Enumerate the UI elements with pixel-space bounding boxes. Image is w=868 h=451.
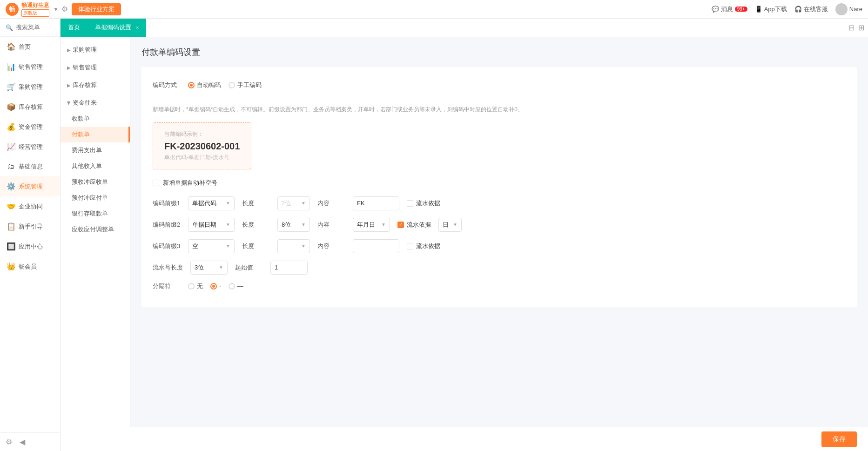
collapse-arrow-icon: ▶ [67, 83, 71, 88]
user-profile[interactable]: Nare [835, 3, 862, 15]
collapse-icon[interactable]: ◀ [20, 438, 25, 446]
message-icon: 💬 [712, 6, 719, 13]
separator-dot-dot [210, 283, 217, 289]
sidebar-item-purchase[interactable]: 🛒 采购管理 [0, 77, 60, 97]
auto-fill-row: 新增单据自动补空号 [153, 179, 846, 187]
tab-close-icon[interactable]: × [136, 25, 139, 30]
manual-code-radio[interactable]: 手工编码 [229, 81, 262, 89]
sub-group-sales: ▶ 销售管理 [61, 60, 130, 75]
sidebar-item-basic[interactable]: 🗂 基础信息 [0, 157, 60, 176]
chevron-icon: ▼ [301, 201, 306, 206]
content1-input[interactable] [353, 196, 399, 210]
auto-fill-checkbox[interactable] [153, 180, 159, 186]
length3-select[interactable]: ▼ [277, 239, 310, 253]
prefix3-label: 编码前缀3 [153, 242, 181, 250]
auto-code-radio-dot [188, 82, 195, 88]
sidebar: 🔍 搜索菜单 🏠 首页 📊 销售管理 🛒 采购管理 📦 库存核算 💰 资金管理 … [0, 19, 61, 451]
length2-label: 长度 [242, 221, 270, 229]
system-icon: ⚙️ [7, 182, 15, 191]
serial-length-row: 流水号长度 3位 ▼ 起始值 [153, 261, 846, 275]
separator-row: 分隔符 无 · — [153, 282, 846, 290]
experience-btn[interactable]: 体验行业方案 [72, 3, 121, 15]
prefix3-select[interactable]: 空 ▼ [188, 239, 235, 253]
topbar-controls: ▼ ⚙ [53, 5, 68, 13]
settings-bottom-icon[interactable]: ⚙ [6, 438, 12, 446]
sidebar-item-operations[interactable]: 📈 经营管理 [0, 137, 60, 157]
sub-group-sales-header[interactable]: ▶ 销售管理 [61, 60, 130, 75]
prefix2-select[interactable]: 单据日期 ▼ [188, 218, 235, 232]
start-value-input[interactable] [270, 261, 308, 275]
start-value-label: 起始值 [235, 263, 263, 272]
prefix1-select[interactable]: 单据代码 ▼ [188, 196, 235, 210]
sub-item-other-income[interactable]: 其他收入单 [61, 158, 130, 174]
sub-group-finance: ▶ 资金往来 收款单 付款单 费用支出单 其他收入单 预收冲应收单 预付冲应付单… [61, 95, 130, 237]
sub-item-prepay-pay[interactable]: 预付冲应付单 [61, 190, 130, 206]
chevron-icon: ▼ [226, 243, 230, 249]
logo: 畅 畅通好生意 旗舰版 [6, 1, 49, 17]
separator-dash-radio[interactable]: — [229, 283, 243, 289]
tab-home[interactable]: 首页 [61, 19, 87, 37]
sub-item-bank-deposit[interactable]: 银行存取款单 [61, 206, 130, 222]
sidebar-item-sales[interactable]: 📊 销售管理 [0, 57, 60, 77]
dropdown-arrow-icon[interactable]: ▼ [53, 6, 59, 13]
sidebar-item-cooperation[interactable]: 🤝 企业协同 [0, 196, 60, 216]
length1-select[interactable]: 2位 ▼ [277, 196, 310, 210]
separator-none-radio[interactable]: 无 [188, 282, 203, 290]
preview-box: 当前编码示例： FK-20230602-001 单据代码-单据日期-流水号 [153, 122, 251, 169]
sidebar-item-finance[interactable]: 💰 资金管理 [0, 117, 60, 137]
manual-code-radio-dot [229, 82, 235, 88]
search-icon: 🔍 [6, 24, 13, 31]
sub-item-receipt[interactable]: 收款单 [61, 111, 130, 127]
sub-group-finance-header[interactable]: ▶ 资金往来 [61, 95, 130, 111]
prefix-row-3: 编码前缀3 空 ▼ 长度 ▼ 内容 [153, 239, 846, 253]
sub-item-prepay-recv[interactable]: 预收冲应收单 [61, 174, 130, 190]
sidebar-item-guide[interactable]: 📋 新手引导 [0, 216, 60, 236]
search-menu-btn[interactable]: 🔍 搜索菜单 [0, 19, 60, 37]
sub-item-expense[interactable]: 费用支出单 [61, 142, 130, 158]
period2-select[interactable]: 日 ▼ [438, 218, 462, 232]
sub-item-ar-ap-adjust[interactable]: 应收应付调整单 [61, 222, 130, 237]
sidebar-item-inventory[interactable]: 📦 库存核算 [0, 97, 60, 117]
sub-group-inventory-header[interactable]: ▶ 库存核算 [61, 77, 130, 93]
length2-select[interactable]: 8位 ▼ [277, 218, 310, 232]
home-icon: 🏠 [7, 42, 15, 51]
app-download-btn[interactable]: 📱 App下载 [755, 5, 787, 13]
collapse-arrow-icon: ▶ [67, 47, 71, 53]
prefix1-label: 编码前缀1 [153, 199, 181, 208]
online-support-btn[interactable]: 🎧 在线客服 [794, 5, 828, 13]
content3-label: 内容 [317, 242, 345, 250]
sub-group-inventory: ▶ 库存核算 [61, 77, 130, 93]
sidebar-item-system[interactable]: ⚙️ 系统管理 [0, 176, 60, 196]
content2-select[interactable]: 年月日 ▼ [353, 218, 390, 232]
topbar-left: 畅 畅通好生意 旗舰版 ▼ ⚙ 体验行业方案 [6, 1, 121, 17]
code-method-row: 编码方式 自动编码 手工编码 [153, 76, 846, 97]
sidebar-item-apps[interactable]: 🔲 应用中心 [0, 236, 60, 256]
maximize-icon[interactable]: ⊞ [858, 23, 864, 32]
operations-icon: 📈 [7, 142, 15, 151]
tab-settings[interactable]: 单据编码设置 × [87, 19, 146, 37]
avatar [835, 3, 848, 15]
sidebar-item-home[interactable]: 🏠 首页 [0, 37, 60, 57]
sub-group-purchase-header[interactable]: ▶ 采购管理 [61, 42, 130, 58]
serial-length-select[interactable]: 3位 ▼ [190, 261, 228, 275]
save-button[interactable]: 保存 [821, 431, 857, 447]
finance-icon: 💰 [7, 122, 15, 131]
prefix-row-1: 编码前缀1 单据代码 ▼ 长度 2位 ▼ 内容 [153, 196, 846, 210]
page-content: 付款单编码设置 编码方式 自动编码 手工编码 [130, 37, 868, 427]
sidebar-item-membership[interactable]: 👑 畅会员 [0, 256, 60, 276]
sub-item-payment[interactable]: 付款单 [61, 127, 130, 142]
minimize-icon[interactable]: ⊟ [848, 23, 855, 32]
message-btn[interactable]: 💬 消息 99+ [712, 5, 747, 13]
preview-label: 当前编码示例： [164, 130, 240, 138]
separator-dot-radio[interactable]: · [210, 283, 221, 289]
expand-arrow-icon: ▶ [67, 101, 72, 105]
serial3-checkbox[interactable] [407, 243, 413, 249]
preview-code: FK-20230602-001 [164, 141, 240, 152]
serial1-checkbox[interactable] [407, 200, 413, 207]
purchase-icon: 🛒 [7, 82, 15, 91]
auto-code-radio[interactable]: 自动编码 [188, 81, 221, 89]
content3-input[interactable] [353, 239, 399, 253]
separator-dash-dot [229, 283, 235, 289]
gear-icon[interactable]: ⚙ [61, 5, 68, 13]
serial2-checkbox[interactable]: ✓ [397, 222, 404, 228]
